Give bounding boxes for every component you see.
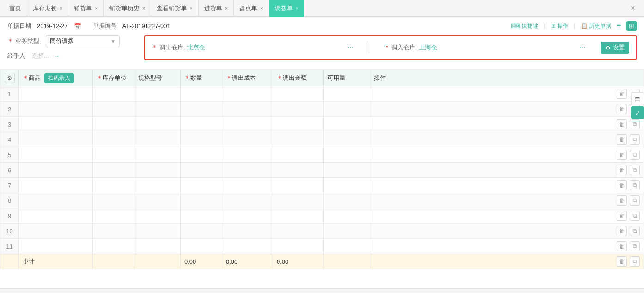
transfer-in-more[interactable]: ··· <box>580 43 586 52</box>
delete-row-icon[interactable]: 🗑 <box>617 134 627 145</box>
tab-view-sales-close[interactable]: × <box>189 6 192 11</box>
row-product[interactable] <box>19 224 93 239</box>
row-qty[interactable] <box>181 239 222 254</box>
sidebar-list-icon-btn[interactable]: ☰ <box>631 92 644 105</box>
delete-row-icon[interactable]: 🗑 <box>617 104 627 114</box>
layout-icon-btn[interactable]: ≡ <box>617 22 621 30</box>
row-unit[interactable] <box>93 224 134 239</box>
tab-purchase-order[interactable]: 进货单 × <box>199 0 234 17</box>
row-unit[interactable] <box>93 163 134 178</box>
row-spec[interactable] <box>134 102 181 117</box>
row-cost[interactable] <box>222 163 273 178</box>
person-more-icon[interactable]: ··· <box>55 52 60 60</box>
row-amount[interactable] <box>273 147 324 163</box>
copy-row-icon[interactable]: ⧉ <box>630 226 640 236</box>
delete-row-icon[interactable]: 🗑 <box>617 165 627 175</box>
row-product[interactable] <box>19 178 93 193</box>
row-spec[interactable] <box>134 193 181 208</box>
row-amount[interactable] <box>273 102 324 117</box>
row-amount[interactable] <box>273 86 324 102</box>
copy-row-icon[interactable]: ⧉ <box>630 119 640 129</box>
row-amount[interactable] <box>273 163 324 178</box>
row-qty[interactable] <box>181 86 222 102</box>
window-close-button[interactable]: × <box>626 1 640 16</box>
row-cost[interactable] <box>222 102 273 117</box>
row-product[interactable] <box>19 102 93 117</box>
copy-row-icon[interactable]: ⧉ <box>630 180 640 190</box>
row-unit[interactable] <box>93 239 134 254</box>
tab-view-sales[interactable]: 查看销货单 × <box>151 0 198 17</box>
copy-row-icon[interactable]: ⧉ <box>630 241 640 251</box>
row-qty[interactable] <box>181 193 222 208</box>
row-spec[interactable] <box>134 117 181 132</box>
tab-sales-history-close[interactable]: × <box>142 6 145 11</box>
sidebar-expand-icon-btn[interactable]: ⤢ <box>631 106 644 119</box>
row-amount[interactable] <box>273 224 324 239</box>
person-input[interactable]: 选择... <box>32 52 49 60</box>
tab-purchase-order-close[interactable]: × <box>225 6 228 11</box>
row-spec[interactable] <box>134 163 181 178</box>
row-amount[interactable] <box>273 239 324 254</box>
table-settings-icon[interactable]: ⚙ <box>5 73 15 83</box>
row-amount[interactable] <box>273 132 324 147</box>
delete-row-icon[interactable]: 🗑 <box>617 150 627 160</box>
row-amount[interactable] <box>273 193 324 208</box>
tab-sales-history[interactable]: 销货单历史 × <box>104 0 151 17</box>
row-product[interactable] <box>19 117 93 132</box>
subtotal-delete-icon[interactable]: 🗑 <box>617 256 627 267</box>
row-cost[interactable] <box>222 239 273 254</box>
row-product[interactable] <box>19 132 93 147</box>
row-amount[interactable] <box>273 117 324 132</box>
row-spec[interactable] <box>134 147 181 163</box>
delete-row-icon[interactable]: 🗑 <box>617 211 627 221</box>
scan-button[interactable]: 扫码录入 <box>44 73 74 83</box>
row-qty[interactable] <box>181 208 222 224</box>
row-spec[interactable] <box>134 86 181 102</box>
row-unit[interactable] <box>93 102 134 117</box>
transfer-out-more[interactable]: ··· <box>347 43 353 52</box>
row-unit[interactable] <box>93 178 134 193</box>
delete-row-icon[interactable]: 🗑 <box>617 119 627 129</box>
row-cost[interactable] <box>222 178 273 193</box>
row-product[interactable] <box>19 147 93 163</box>
row-unit[interactable] <box>93 132 134 147</box>
row-product[interactable] <box>19 239 93 254</box>
row-unit[interactable] <box>93 208 134 224</box>
row-product[interactable] <box>19 208 93 224</box>
copy-row-icon[interactable]: ⧉ <box>630 211 640 221</box>
delete-row-icon[interactable]: 🗑 <box>617 180 627 190</box>
tab-inventory-init-close[interactable]: × <box>60 6 62 11</box>
row-qty[interactable] <box>181 102 222 117</box>
row-product[interactable] <box>19 86 93 102</box>
operations-button[interactable]: ⊞ 操作 <box>551 22 568 30</box>
row-cost[interactable] <box>222 147 273 163</box>
copy-row-icon[interactable]: ⧉ <box>630 165 640 175</box>
calendar-icon[interactable]: 📅 <box>73 22 82 30</box>
delete-row-icon[interactable]: 🗑 <box>617 89 627 99</box>
tab-home[interactable]: 首页 <box>4 0 27 17</box>
settings-button[interactable]: ⚙ 设置 <box>601 42 629 54</box>
row-spec[interactable] <box>134 224 181 239</box>
row-product[interactable] <box>19 163 93 178</box>
row-cost[interactable] <box>222 208 273 224</box>
grid-layout-icon-btn[interactable]: ⊞ <box>626 21 637 31</box>
row-amount[interactable] <box>273 178 324 193</box>
row-spec[interactable] <box>134 239 181 254</box>
row-cost[interactable] <box>222 86 273 102</box>
copy-row-icon[interactable]: ⧉ <box>630 195 640 206</box>
row-qty[interactable] <box>181 163 222 178</box>
tab-inventory-check-close[interactable]: × <box>260 6 263 11</box>
row-spec[interactable] <box>134 208 181 224</box>
row-amount[interactable] <box>273 208 324 224</box>
biz-type-select[interactable]: 同价调拨 ▼ <box>46 35 120 47</box>
row-spec[interactable] <box>134 132 181 147</box>
delete-row-icon[interactable]: 🗑 <box>617 195 627 206</box>
horizontal-scrollbar[interactable] <box>0 288 644 293</box>
row-qty[interactable] <box>181 117 222 132</box>
copy-row-icon[interactable]: ⧉ <box>630 150 640 160</box>
history-button[interactable]: 📋 历史单据 <box>581 22 611 30</box>
row-cost[interactable] <box>222 117 273 132</box>
row-cost[interactable] <box>222 224 273 239</box>
tab-sales-order[interactable]: 销货单 × <box>68 0 103 17</box>
row-qty[interactable] <box>181 224 222 239</box>
